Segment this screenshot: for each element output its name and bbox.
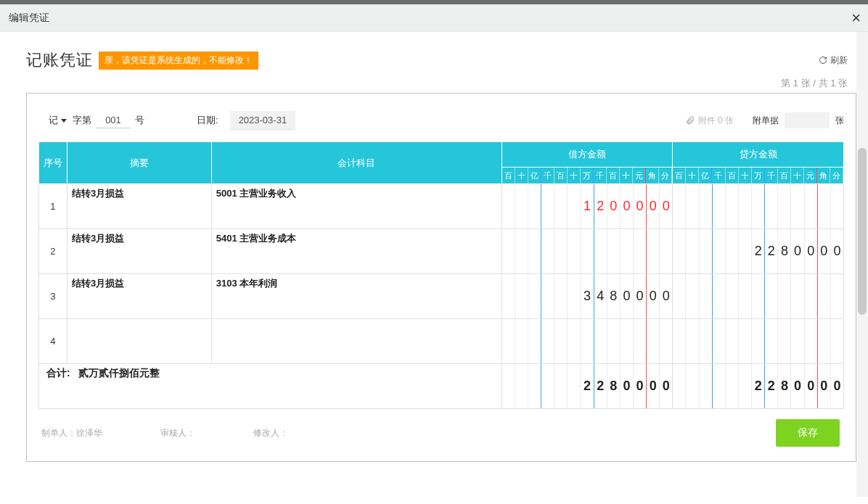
attachment-sheet-input[interactable]	[785, 112, 830, 128]
paperclip-icon	[685, 115, 695, 125]
seq-suffix: 号	[135, 114, 144, 127]
row-account[interactable]	[211, 319, 501, 364]
pager: 第 1 张 / 共 1 张	[26, 71, 856, 93]
attachment-count-text: 附件 0 张	[698, 115, 734, 127]
pager-current: 1	[793, 78, 798, 88]
dialog-title: 编辑凭证	[9, 12, 49, 25]
table-row[interactable]: 3结转3月损益3103 本年利润3480000	[39, 274, 844, 319]
row-sn: 1	[39, 184, 67, 229]
refresh-label: 刷新	[830, 54, 848, 67]
row-credit[interactable]	[673, 274, 844, 319]
attachment-sheets: 附单据 张	[753, 112, 844, 128]
row-summary[interactable]: 结转3月损益	[67, 184, 211, 229]
row-sn: 2	[39, 229, 67, 274]
readonly-warning-badge: 亲，该凭证是系统生成的，不能修改！	[99, 51, 258, 70]
row-account[interactable]: 5001 主营业务收入	[211, 184, 501, 229]
col-header-summary: 摘要	[67, 142, 211, 184]
auditor: 审核人：	[160, 427, 195, 439]
maker: 制单人：徐泽华	[41, 427, 102, 439]
total-label: 合计:	[46, 367, 70, 379]
voucher-type-value: 记	[49, 114, 58, 127]
row-sn: 4	[39, 319, 67, 364]
dialog-header: 编辑凭证 ×	[0, 4, 868, 32]
col-header-debit: 借方金额	[501, 142, 673, 168]
voucher-meta-row: 记 字第 001 号 日期: 2023-03-31 附件 0 张 附单据 张	[38, 111, 844, 141]
credit-units-header: 百十亿千百十万千百十元角分	[673, 168, 844, 184]
save-button[interactable]: 保存	[776, 419, 840, 447]
voucher-number-input[interactable]: 001	[96, 112, 131, 128]
pager-text: 张 / 共	[798, 78, 830, 88]
caret-down-icon	[61, 119, 67, 123]
row-summary[interactable]: 结转3月损益	[67, 274, 211, 319]
row-credit[interactable]: 2280000	[673, 229, 844, 274]
date-label: 日期:	[197, 114, 218, 127]
refresh-icon	[819, 56, 827, 65]
table-row[interactable]: 4	[39, 319, 844, 364]
modifier: 修改人：	[253, 427, 288, 439]
col-header-sn: 序号	[39, 142, 67, 184]
col-header-credit: 贷方金额	[673, 142, 844, 168]
refresh-button[interactable]: 刷新	[819, 54, 848, 67]
page-title-row: 记账凭证 亲，该凭证是系统生成的，不能修改！ 刷新	[26, 49, 856, 71]
total-credit-cell: 2280000	[673, 364, 844, 409]
attachment-link[interactable]: 附件 0 张	[685, 115, 734, 127]
total-amount-words: 贰万贰仟捌佰元整	[78, 367, 160, 379]
row-debit[interactable]: 1200000	[501, 184, 673, 229]
page-title: 记账凭证	[26, 49, 93, 71]
debit-units-header: 百十亿千百十万千百十元角分	[501, 168, 673, 184]
voucher-type-select[interactable]: 记	[47, 112, 68, 129]
attachment-sheet-label: 附单据	[753, 115, 779, 127]
row-summary[interactable]	[67, 319, 211, 364]
row-credit[interactable]	[673, 319, 844, 364]
close-icon[interactable]: ×	[851, 9, 861, 28]
row-summary[interactable]: 结转3月损益	[67, 229, 211, 274]
attachment-sheet-unit: 张	[835, 115, 844, 127]
scrollbar-thumb[interactable]	[858, 148, 867, 315]
date-input[interactable]: 2023-03-31	[230, 111, 296, 130]
pager-text: 张	[835, 78, 848, 88]
table-row[interactable]: 2结转3月损益5401 主营业务成本2280000	[39, 229, 844, 274]
row-account[interactable]: 3103 本年利润	[211, 274, 501, 319]
total-row: 合计: 贰万贰仟捌佰元整 2280000 2280000	[39, 364, 844, 409]
total-debit-cell: 2280000	[501, 364, 673, 409]
pager-text: 第	[781, 78, 793, 88]
col-header-account: 会计科目	[211, 142, 501, 184]
voucher-table: 序号 摘要 会计科目 借方金额 贷方金额 百十亿千百十万千百十元角分 百十亿千百…	[38, 141, 844, 409]
vertical-scrollbar[interactable]	[856, 32, 868, 497]
row-sn: 3	[39, 274, 67, 319]
row-credit[interactable]	[673, 184, 844, 229]
row-debit[interactable]: 3480000	[501, 274, 673, 319]
voucher-footer: 制单人：徐泽华 审核人： 修改人： 保存	[38, 409, 844, 447]
voucher-card: 记 字第 001 号 日期: 2023-03-31 附件 0 张 附单据 张	[26, 93, 856, 462]
seq-prefix: 字第	[73, 114, 91, 127]
table-row[interactable]: 1结转3月损益5001 主营业务收入1200000	[39, 184, 844, 229]
row-debit[interactable]	[501, 229, 673, 274]
row-account[interactable]: 5401 主营业务成本	[211, 229, 501, 274]
total-label-cell: 合计: 贰万贰仟捌佰元整	[39, 364, 502, 409]
row-debit[interactable]	[501, 319, 673, 364]
